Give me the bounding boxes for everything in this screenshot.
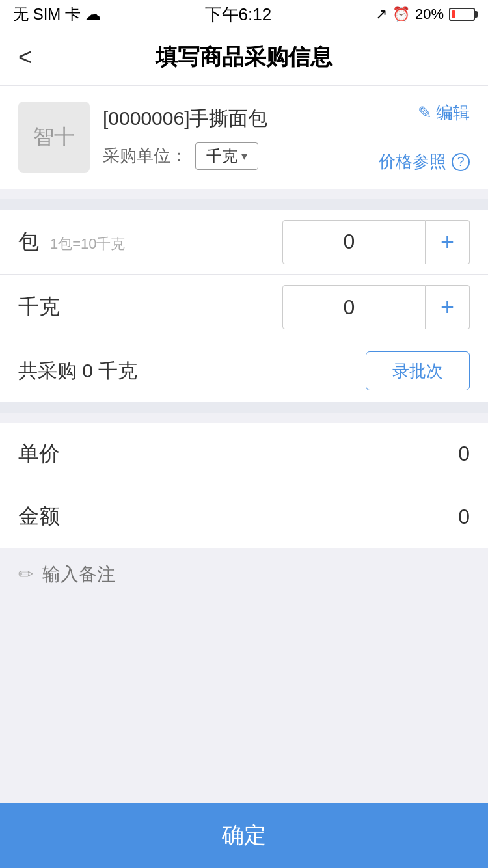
status-left: 无 SIM 卡 ☁	[13, 4, 101, 25]
kg-input-wrapper: +	[282, 285, 470, 329]
content-spacer	[0, 601, 488, 835]
section-divider-2	[0, 402, 488, 413]
kg-input[interactable]	[282, 285, 426, 329]
total-label: 共采购 0 千克	[18, 358, 137, 385]
product-card: 智十 [0000006]手撕面包 采购单位： 千克 ✎ 编辑 价格参照 ?	[0, 86, 488, 189]
alarm-icon: ⏰	[392, 6, 410, 23]
bao-plus-button[interactable]: +	[426, 220, 470, 264]
notes-section: ✏	[0, 548, 488, 601]
unit-label: 采购单位：	[103, 144, 187, 167]
back-button[interactable]: <	[18, 44, 32, 71]
bao-input[interactable]	[282, 220, 426, 264]
bao-sub: 1包=10千克	[50, 236, 126, 252]
section-divider-1	[0, 199, 488, 210]
edit-icon: ✎	[418, 103, 432, 123]
unit-selector[interactable]: 千克	[195, 142, 258, 170]
status-right: ↗ ⏰ 20%	[375, 6, 475, 23]
battery-percent: 20%	[415, 6, 444, 23]
price-section: 单价 0 金额 0	[0, 423, 488, 548]
bao-row: 包 1包=10千克 +	[0, 210, 488, 275]
confirm-button[interactable]: 确定	[0, 803, 488, 868]
batch-button[interactable]: 录批次	[366, 351, 470, 390]
kg-plus-button[interactable]: +	[426, 285, 470, 329]
amount-value: 0	[458, 505, 470, 529]
location-icon: ↗	[375, 6, 387, 23]
status-time: 下午6:12	[205, 3, 272, 26]
kg-label: 千克	[18, 293, 282, 321]
bao-label: 包 1包=10千克	[18, 228, 282, 256]
page-title: 填写商品采购信息	[156, 42, 332, 72]
product-logo-text: 智十	[33, 123, 75, 152]
total-row: 共采购 0 千克 录批次	[0, 340, 488, 402]
bao-input-wrapper: +	[282, 220, 470, 264]
product-image: 智十	[18, 102, 90, 173]
confirm-label: 确定	[222, 821, 266, 850]
edit-button[interactable]: ✎ 编辑	[418, 102, 470, 124]
amount-row: 金额 0	[0, 485, 488, 548]
notes-input[interactable]	[42, 564, 470, 585]
unit-price-label: 单价	[18, 440, 60, 468]
unit-price-value: 0	[458, 442, 470, 466]
nav-bar: < 填写商品采购信息	[0, 29, 488, 86]
help-icon: ?	[452, 153, 470, 171]
price-ref-label: 价格参照	[379, 150, 446, 173]
pencil-icon: ✏	[18, 563, 33, 585]
battery-icon	[449, 8, 475, 21]
input-section: 包 1包=10千克 + 千克 +	[0, 210, 488, 340]
product-name: [0000006]手撕面包	[103, 105, 470, 132]
amount-label: 金额	[18, 502, 60, 531]
price-reference-button[interactable]: 价格参照 ?	[379, 150, 470, 173]
sim-label: 无 SIM 卡 ☁	[13, 4, 101, 25]
unit-price-row: 单价 0	[0, 423, 488, 485]
kg-row: 千克 +	[0, 275, 488, 340]
status-bar: 无 SIM 卡 ☁ 下午6:12 ↗ ⏰ 20%	[0, 0, 488, 29]
